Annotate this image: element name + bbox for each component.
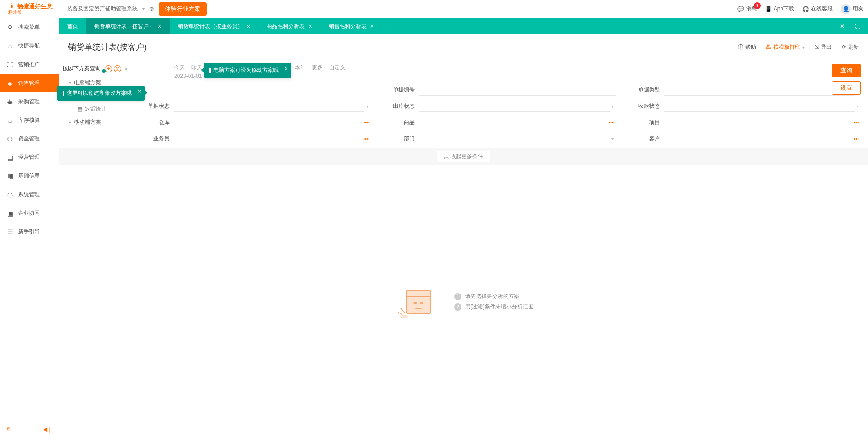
svg-rect-3 — [420, 302, 423, 304]
brand: 畅捷通好生意 标准版 — [5, 2, 59, 16]
promo-button[interactable]: 体验行业方案 — [159, 2, 207, 16]
more-icon[interactable]: ••• — [361, 136, 370, 141]
grid-icon: ▦ — [6, 173, 14, 180]
sidebar: ⚲搜索菜单 ⌂快捷导航 ⛶营销推广 ◈销售管理 ⛴采购管理 ⌂库存核算 ⛁资金管… — [0, 18, 59, 438]
sidebar-item-finance[interactable]: ⛁资金管理 — [0, 130, 59, 148]
field-warehouse: 仓库••• — [139, 116, 370, 128]
tab-product-profit[interactable]: 商品毛利分析表× — [258, 18, 320, 34]
caret-right-icon: ▸ — [69, 120, 71, 125]
preset-today[interactable]: 今天 — [174, 64, 185, 72]
more-icon[interactable]: ••• — [361, 120, 370, 125]
field-pay-status: 收款状态▾ — [629, 100, 861, 112]
gear-icon[interactable]: ⚙ — [149, 6, 154, 12]
field-doc-status: 单据状态▾ — [139, 100, 370, 112]
box-icon: ▣ — [6, 210, 14, 217]
close-icon[interactable]: × — [247, 23, 250, 30]
doc-number-input[interactable] — [419, 84, 616, 96]
preset-custom[interactable]: 自定义 — [329, 64, 345, 72]
tab-sales-profit[interactable]: 销售毛利分析表× — [320, 18, 382, 34]
avatar: 👤 — [841, 4, 851, 14]
empty-step-1: 1请先选择要分析的方案 — [454, 293, 533, 300]
tab-sales-by-sales[interactable]: 销货单统计表（按业务员）× — [170, 18, 258, 34]
preset-more[interactable]: 更多 — [312, 64, 323, 72]
field-product: 商品••• — [384, 116, 616, 128]
home-icon: ⌂ — [6, 43, 14, 50]
sidebar-item-collab[interactable]: ▣企业协同 — [0, 204, 59, 222]
page-header: 销货单统计表(按客户) ⓘ帮助 🖶按模板打印▾ ⇲导出 ⟳刷新 — [59, 34, 868, 60]
chevron-down-icon[interactable]: ▾ — [364, 104, 370, 109]
sidebar-item-guide[interactable]: ☰新手引导 — [0, 222, 59, 241]
collapse-filters[interactable]: ︽ 收起更多条件 — [59, 148, 868, 165]
customer-service-link[interactable]: 🎧 在线客服 — [802, 5, 833, 13]
edit-scheme-icon[interactable]: ◎ — [114, 65, 121, 72]
settings-button[interactable]: 设置 — [832, 81, 861, 95]
tab-sales-by-customer[interactable]: 销货单统计表（按客户）× — [86, 18, 170, 34]
chevron-down-icon[interactable]: ▾ — [610, 104, 616, 109]
svg-rect-0 — [406, 295, 431, 314]
doc-status-select[interactable] — [174, 100, 364, 112]
fullscreen-icon[interactable]: ⛶ — [851, 19, 864, 33]
sidebar-item-inventory[interactable]: ⌂库存核算 — [0, 111, 59, 130]
department-select[interactable] — [419, 133, 610, 144]
product-input[interactable] — [419, 116, 606, 128]
flame-icon — [8, 3, 15, 10]
close-all-icon[interactable]: ✕ — [835, 19, 849, 33]
chevron-down-icon[interactable]: ▾ — [610, 136, 616, 141]
chevron-down-icon: ▾ — [802, 45, 805, 50]
sidebar-item-basicinfo[interactable]: ▦基础信息 — [0, 167, 59, 185]
salesperson-input[interactable] — [174, 133, 361, 144]
sidebar-item-quicknav[interactable]: ⌂快捷导航 — [0, 37, 59, 55]
chevron-down-icon[interactable]: ▾ — [855, 104, 861, 109]
close-icon[interactable]: × — [138, 88, 141, 95]
tab-home[interactable]: 首页 — [59, 18, 86, 34]
badge-count: 6 — [754, 2, 761, 9]
query-button[interactable]: 查询 — [832, 64, 861, 77]
hint-dot-icon — [102, 69, 106, 73]
sidebar-item-purchase[interactable]: ⛴采购管理 — [0, 92, 59, 111]
warehouse-input[interactable] — [174, 116, 361, 128]
settings-icon[interactable]: ⚙ — [6, 426, 11, 433]
preset-this-year[interactable]: 本年 — [295, 64, 305, 72]
phone-icon: 📱 — [765, 6, 772, 12]
more-icon[interactable]: ••• — [852, 120, 861, 125]
user-menu[interactable]: 👤 用友 — [841, 4, 863, 14]
sidebar-item-operation[interactable]: ▤经营管理 — [0, 148, 59, 167]
refresh-link[interactable]: ⟳刷新 — [842, 43, 859, 51]
app-download-link[interactable]: 📱 App下载 — [765, 5, 794, 13]
filter-area: 按以下方案查询 + ◎ « ▾电脑端方案 ▦按客户+商品 ▦退货统计 ▸移动端方… — [59, 60, 868, 148]
more-icon[interactable]: ••• — [606, 120, 616, 125]
tree-node-return-stats[interactable]: ▦退货统计 — [63, 102, 128, 116]
out-status-select[interactable] — [419, 100, 610, 112]
field-out-status: 出库状态▾ — [384, 100, 616, 112]
close-icon[interactable]: × — [285, 66, 288, 72]
sidebar-item-system[interactable]: ◌系统管理 — [0, 185, 59, 204]
field-salesperson: 业务员••• — [139, 133, 370, 144]
sidebar-item-marketing[interactable]: ⛶营销推广 — [0, 55, 59, 74]
project-input[interactable] — [664, 116, 852, 128]
refresh-icon: ⟳ — [842, 44, 846, 50]
sales-icon: ◈ — [6, 80, 14, 87]
print-link[interactable]: 🖶按模板打印▾ — [766, 43, 805, 51]
more-icon[interactable]: ••• — [852, 136, 861, 141]
system-selector[interactable]: 装备及固定资产辅助管理系统 ▾ ⚙ — [67, 5, 154, 13]
help-link[interactable]: ⓘ帮助 — [738, 43, 756, 51]
collapse-icon[interactable]: ◀｜ — [43, 426, 53, 433]
top-header: 畅捷通好生意 标准版 装备及固定资产辅助管理系统 ▾ ⚙ 体验行业方案 💬 消息… — [0, 0, 868, 18]
chat-icon: 💬 — [737, 6, 744, 12]
export-link[interactable]: ⇲导出 — [815, 43, 832, 51]
collapse-tree-icon[interactable]: « — [125, 66, 128, 72]
add-scheme-icon[interactable]: + — [105, 65, 112, 72]
sidebar-item-search[interactable]: ⚲搜索菜单 — [0, 18, 59, 37]
caret-down-icon: ▾ — [69, 80, 71, 85]
doc-type-select[interactable] — [664, 84, 855, 96]
close-icon[interactable]: × — [158, 23, 161, 30]
tree-node-mobile[interactable]: ▸移动端方案 — [63, 116, 128, 129]
messages-link[interactable]: 💬 消息 6 — [737, 5, 757, 13]
close-icon[interactable]: × — [308, 23, 312, 30]
sidebar-item-sales[interactable]: ◈销售管理 — [0, 74, 59, 92]
cart-icon: ⛴ — [6, 98, 14, 106]
empty-step-2: 2用[过滤]条件来缩小分析范围 — [454, 303, 533, 311]
pay-status-select[interactable] — [664, 100, 855, 112]
customer-input[interactable] — [664, 133, 852, 144]
close-icon[interactable]: × — [370, 23, 374, 30]
